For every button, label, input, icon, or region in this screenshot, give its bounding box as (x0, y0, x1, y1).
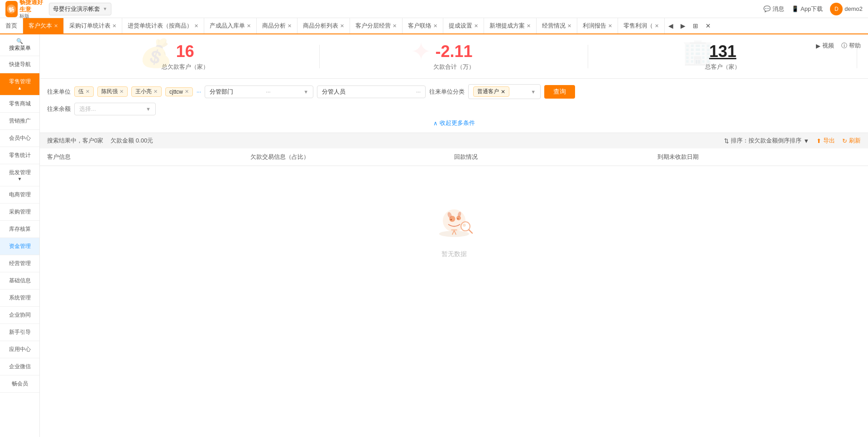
tab-profit-report[interactable]: 利润报告 ✕ (577, 18, 618, 33)
sidebar-item-app-center[interactable]: 应用中心 (0, 341, 39, 358)
sidebar-item-finance[interactable]: 资金管理 (0, 238, 39, 255)
result-bar: 搜索结果中，客户0家 欠款金额 0.00元 ⇅ 排序：按欠款金额倒序排序 ▼ ⬆… (40, 133, 868, 148)
extra-arrow-icon: ▼ (146, 106, 151, 112)
sidebar-item-collab[interactable]: 企业协同 (0, 307, 39, 324)
tab-customer-tier[interactable]: 客户分层经营 ✕ (350, 18, 403, 33)
sort-arrow-icon: ▼ (803, 138, 809, 144)
sidebar-item-purchase[interactable]: 采购管理 (0, 204, 39, 221)
tab-retail-profit[interactable]: 零售利润（ ✕ (618, 18, 665, 33)
tab-customer-tier-close[interactable]: ✕ (393, 23, 397, 29)
export-button[interactable]: ⬆ 导出 (816, 137, 835, 145)
tab-operations-label: 经营情况 (542, 22, 566, 30)
tab-inbound-close[interactable]: ✕ (194, 23, 198, 29)
tab-menu-button[interactable]: ⊞ (689, 18, 702, 33)
user-menu[interactable]: D demo2 (830, 3, 863, 15)
help-button[interactable]: ⓘ 帮助 (841, 42, 861, 50)
tab-purchase-order-close[interactable]: ✕ (112, 23, 116, 29)
sidebar-item-system[interactable]: 系统管理 (0, 290, 39, 307)
unit-tag-2: 陈民强 ✕ (97, 86, 128, 97)
sidebar-item-guide[interactable]: 新手引导 (0, 324, 39, 341)
tab-goods-list-close[interactable]: ✕ (340, 23, 344, 29)
message-button[interactable]: 💬 消息 (763, 5, 784, 13)
tab-purchase-order[interactable]: 采购订单统计表 ✕ (64, 18, 122, 33)
main-layout: 🔍 搜索菜单 快捷导航 零售管理 ▲ 零售商城 营销推广 会员中心 零售统计 批… (0, 34, 868, 437)
extra-select[interactable]: 选择... ▼ (74, 103, 156, 115)
tab-retail-close[interactable]: ✕ (655, 23, 659, 29)
svg-line-12 (469, 230, 472, 233)
table-header: 客户信息 欠款交易信息（占比） 回款情况 到期未收款日期 (40, 148, 868, 166)
stat-card-debt: ✦ -2.11 欠款合计（万） (320, 42, 589, 71)
empty-state: 暂无数据 (40, 166, 868, 294)
sidebar-item-retail-mall[interactable]: 零售商城 (0, 95, 39, 113)
sidebar-item-retail-stats[interactable]: 零售统计 (0, 147, 39, 164)
tab-product-inbound[interactable]: 产成品入库单 ✕ (204, 18, 257, 33)
dept-select[interactable]: 分管部门 ··· ▼ (205, 86, 313, 98)
tab-add-commission[interactable]: 新增提成方案 ✕ (484, 18, 537, 33)
help-icon: ⓘ (841, 42, 847, 50)
tab-customer-contact[interactable]: 客户联络 ✕ (403, 18, 443, 33)
tab-operations-close[interactable]: ✕ (567, 23, 571, 29)
search-result-text: 搜索结果中，客户0家 (47, 137, 103, 145)
unit-more-button[interactable]: ··· (197, 89, 201, 95)
chevron-right-icon: ▲ (2, 86, 38, 90)
stat-debt-number: -2.11 (435, 42, 472, 61)
video-button[interactable]: ▶ 视频 (816, 42, 834, 50)
logo-area: 畅 畅捷通好生意 标版 (5, 0, 45, 19)
app-download-button[interactable]: 📱 App下载 (791, 5, 823, 13)
workspace-selector[interactable]: 母婴行业演示帐套 ▼ (49, 3, 111, 15)
tab-add-commission-close[interactable]: ✕ (527, 23, 531, 29)
tab-commission-settings[interactable]: 提成设置 ✕ (443, 18, 484, 33)
sidebar-item-ecommerce[interactable]: 电商管理 (0, 186, 39, 204)
svg-text:畅: 畅 (9, 6, 14, 13)
tab-retail-profit-label: 零售利润（ (623, 22, 653, 30)
tab-customer-contact-label: 客户联络 (408, 22, 432, 30)
tab-home[interactable]: 首页 (0, 18, 23, 33)
unit-tag-1-close[interactable]: ✕ (86, 89, 90, 95)
tab-customer-debt[interactable]: 客户欠本 ✕ (23, 18, 64, 33)
sidebar-item-inventory[interactable]: 库存核算 (0, 221, 39, 238)
svg-point-6 (450, 219, 451, 220)
sidebar-item-basic-info[interactable]: 基础信息 (0, 272, 39, 290)
sidebar-search[interactable]: 🔍 搜索菜单 (0, 34, 39, 56)
tab-inbound-stats[interactable]: 进货单统计表（按商品） ✕ (122, 18, 204, 33)
tab-close-all-button[interactable]: ✕ (702, 18, 715, 33)
unit-tag-3-close[interactable]: ✕ (153, 89, 158, 95)
tab-goods-analysis[interactable]: 商品分析 ✕ (257, 18, 297, 33)
category-select[interactable]: 普通客户 ✕ ▼ (468, 84, 541, 99)
tab-operations[interactable]: 经营情况 ✕ (537, 18, 577, 33)
sidebar-item-operation[interactable]: 经营管理 (0, 255, 39, 272)
tab-customer-debt-close[interactable]: ✕ (54, 23, 58, 29)
unit-tag-2-close[interactable]: ✕ (120, 89, 124, 95)
tab-profit-close[interactable]: ✕ (608, 23, 612, 29)
category-tag-close[interactable]: ✕ (501, 89, 505, 95)
dept-label: 分管部门 (210, 88, 233, 96)
unit-tag-4-close[interactable]: ✕ (185, 89, 189, 95)
collapse-button[interactable]: ∧ 收起更多条件 (433, 119, 475, 127)
sidebar-item-member[interactable]: 会员中心 (0, 130, 39, 147)
person-select[interactable]: 分管人员 ··· (317, 86, 426, 98)
tab-product-close[interactable]: ✕ (247, 23, 251, 29)
svg-rect-10 (451, 229, 457, 231)
filter-area: 往来单位 伍 ✕ 陈民强 ✕ 王小亮 ✕ cjttcw ✕ ··· (40, 79, 868, 133)
unit-tag-4: cjttcw ✕ (165, 87, 193, 96)
tab-inbound-stats-label: 进货单统计表（按商品） (128, 22, 192, 30)
sidebar-item-quick-nav[interactable]: 快捷导航 (0, 56, 39, 73)
tab-home-label: 首页 (5, 22, 17, 30)
sidebar-item-wholesale[interactable]: 批发管理 ▼ (0, 164, 39, 186)
tab-next-button[interactable]: ▶ (677, 18, 689, 33)
tab-customer-contact-close[interactable]: ✕ (433, 23, 437, 29)
sidebar-item-wechat[interactable]: 企业微信 (0, 358, 39, 375)
sort-select[interactable]: ⇅ 排序：按欠款金额倒序排序 ▼ (724, 137, 809, 145)
query-button[interactable]: 查询 (544, 85, 575, 99)
result-bar-right: ⇅ 排序：按欠款金额倒序排序 ▼ ⬆ 导出 ↻ 刷新 (724, 137, 861, 145)
tab-goods-close[interactable]: ✕ (288, 23, 292, 29)
refresh-icon: ↻ (842, 138, 847, 144)
sidebar-item-retail[interactable]: 零售管理 ▲ (0, 73, 39, 95)
tab-prev-button[interactable]: ◀ (665, 18, 677, 33)
sidebar-item-member2[interactable]: 畅会员 (0, 375, 39, 393)
tab-commission-close[interactable]: ✕ (474, 23, 478, 29)
sidebar-item-marketing[interactable]: 营销推广 (0, 113, 39, 130)
tab-goods-list[interactable]: 商品分析列表 ✕ (297, 18, 350, 33)
refresh-button[interactable]: ↻ 刷新 (842, 137, 861, 145)
stat-customers-number: 16 (176, 42, 194, 61)
